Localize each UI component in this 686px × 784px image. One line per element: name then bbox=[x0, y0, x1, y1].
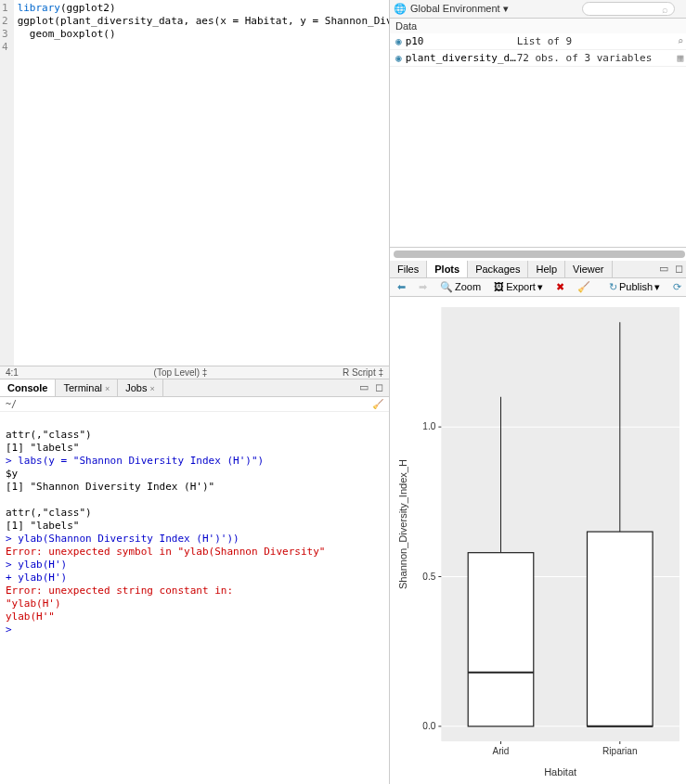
environment-toolbar: 🌐 Global Environment ▾ ⌕ bbox=[390, 0, 686, 19]
data-icon: ◉ bbox=[395, 52, 402, 64]
globe-icon: 🌐 bbox=[394, 3, 407, 16]
svg-text:Habitat: Habitat bbox=[544, 766, 576, 778]
env-row[interactable]: ◉plant_diversity_d…72 obs. of 3 variable… bbox=[390, 50, 686, 67]
tab-plots[interactable]: Plots bbox=[427, 261, 468, 277]
console-tabs: Console Terminal× Jobs× ▭ ◻ bbox=[0, 379, 389, 397]
publish-icon: ↻ bbox=[609, 281, 617, 293]
remove-plot-button[interactable]: ✖ bbox=[552, 280, 568, 294]
publish-button[interactable]: ↻Publish ▾ bbox=[605, 280, 664, 294]
clear-plots-button[interactable]: 🧹 bbox=[574, 280, 594, 294]
search-icon: ⌕ bbox=[662, 4, 668, 15]
source-editor[interactable]: 1234 library(ggplot2)ggplot(plant_divers… bbox=[0, 0, 389, 366]
env-section-data: Data bbox=[390, 19, 686, 33]
clear-console-icon[interactable]: 🧹 bbox=[372, 399, 383, 409]
tab-files[interactable]: Files bbox=[390, 261, 427, 277]
console-output[interactable]: attr(,"class")[1] "labels"> labs(y = "Sh… bbox=[0, 412, 389, 785]
close-icon[interactable]: × bbox=[150, 384, 155, 393]
env-var-desc: 72 obs. of 3 variables bbox=[517, 52, 678, 64]
arrow-right-icon: ➡ bbox=[419, 281, 427, 293]
search-icon[interactable]: ⌕ bbox=[677, 35, 683, 47]
plot-prev-button[interactable]: ⬅ bbox=[394, 280, 409, 294]
arrow-left-icon: ⬅ bbox=[397, 281, 406, 293]
refresh-button[interactable]: ⟳ bbox=[669, 280, 685, 294]
svg-rect-12 bbox=[468, 552, 534, 726]
env-var-name: plant_diversity_d… bbox=[406, 52, 517, 64]
data-icon: ◉ bbox=[395, 35, 402, 47]
remove-icon: ✖ bbox=[556, 281, 564, 293]
pane-divider[interactable] bbox=[394, 251, 685, 258]
plot-area: 0.00.51.0AridRiparianHabitatShannon_Dive… bbox=[390, 297, 686, 784]
bottom-right-tabs: Files Plots Packages Help Viewer ▭ ◻ bbox=[390, 261, 686, 278]
tab-jobs[interactable]: Jobs× bbox=[118, 379, 163, 396]
svg-text:0.0: 0.0 bbox=[422, 721, 435, 731]
pane-controls[interactable]: ▭ ◻ bbox=[655, 263, 686, 275]
plot-next-button[interactable]: ➡ bbox=[415, 280, 431, 294]
svg-text:0.5: 0.5 bbox=[422, 571, 435, 581]
plots-toolbar: ⬅ ➡ 🔍Zoom 🖼Export ▾ ✖ 🧹 ↻Publish ▾ ⟳ bbox=[390, 278, 686, 297]
environment-scope-dropdown[interactable]: Global Environment ▾ bbox=[410, 3, 578, 15]
pane-controls[interactable]: ▭ ◻ bbox=[356, 381, 389, 393]
zoom-icon: 🔍 bbox=[440, 281, 453, 293]
cursor-position: 4:1 bbox=[6, 367, 19, 378]
export-button[interactable]: 🖼Export ▾ bbox=[490, 280, 547, 294]
export-icon: 🖼 bbox=[494, 281, 504, 292]
broom-icon: 🧹 bbox=[577, 281, 590, 293]
console-path-bar: ~/ 🧹 bbox=[0, 397, 389, 412]
boxplot-chart: 0.00.51.0AridRiparianHabitatShannon_Dive… bbox=[390, 297, 686, 784]
env-var-name: p10 bbox=[406, 35, 517, 47]
tab-console[interactable]: Console bbox=[0, 379, 56, 396]
scope-selector[interactable]: (Top Level) ‡ bbox=[154, 367, 208, 378]
svg-text:Shannon_Diversity_Index_H: Shannon_Diversity_Index_H bbox=[397, 459, 408, 589]
tab-viewer[interactable]: Viewer bbox=[565, 261, 612, 277]
svg-text:1.0: 1.0 bbox=[422, 421, 435, 431]
editor-status-bar: 4:1 (Top Level) ‡ R Script ‡ bbox=[0, 366, 389, 379]
environment-search-input[interactable] bbox=[582, 2, 675, 16]
language-selector[interactable]: R Script ‡ bbox=[343, 367, 383, 378]
close-icon[interactable]: × bbox=[105, 384, 110, 393]
tab-terminal[interactable]: Terminal× bbox=[56, 379, 118, 396]
env-var-desc: List of 9 bbox=[517, 35, 678, 47]
svg-text:Riparian: Riparian bbox=[602, 746, 637, 756]
environment-body: Data ◉p10List of 9⌕◉plant_diversity_d…72… bbox=[390, 19, 686, 248]
zoom-button[interactable]: 🔍Zoom bbox=[436, 280, 485, 294]
env-row[interactable]: ◉p10List of 9⌕ bbox=[390, 33, 686, 50]
refresh-icon: ⟳ bbox=[673, 281, 681, 293]
editor-gutter: 1234 bbox=[0, 0, 14, 366]
tab-packages[interactable]: Packages bbox=[468, 261, 528, 277]
grid-icon[interactable]: ▦ bbox=[677, 52, 683, 64]
editor-code[interactable]: library(ggplot2)ggplot(plant_diversity_d… bbox=[14, 0, 389, 366]
svg-rect-18 bbox=[588, 532, 654, 726]
svg-text:Arid: Arid bbox=[493, 746, 510, 756]
tab-help[interactable]: Help bbox=[528, 261, 565, 277]
